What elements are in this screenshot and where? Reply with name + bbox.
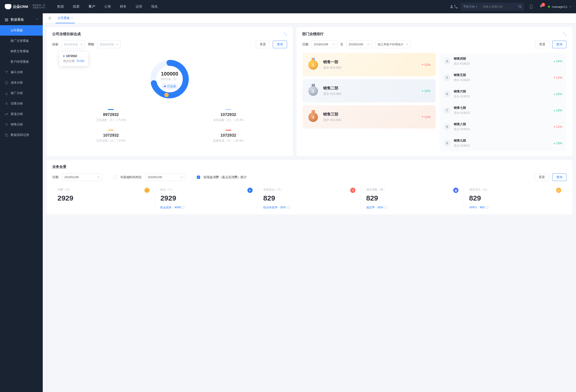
menu-icon [5, 81, 8, 85]
stat-mode-select[interactable]: 按工单客户经理统计 [375, 41, 411, 48]
help-icon[interactable]: ? [384, 206, 387, 209]
rank-pct: ▲ 10% [553, 60, 562, 63]
target-select[interactable]: 请选择目标 [61, 41, 85, 48]
rank-row-6[interactable]: 6销售六部流水 ¥19020▲ 10% [439, 86, 567, 102]
rank-name: 销售四部 [454, 57, 550, 61]
expand-icon[interactable] [563, 32, 567, 36]
rank-sub: 流水 ¥19020 [454, 111, 550, 115]
rank-row-8[interactable]: 8销售八部流水 ¥19020▼ 12% [439, 119, 567, 135]
metric-2: 有效机会（个）✦829机会有效率：80% ? [258, 188, 361, 210]
overview-query-button[interactable]: 查询 [552, 173, 567, 181]
rank-top-1[interactable]: 1销售一部流水 ¥10,900▼ 12% [302, 53, 436, 76]
rank-reset-button[interactable]: 重置 [535, 41, 549, 48]
search-button[interactable] [516, 4, 524, 9]
sidebar-item-2[interactable]: 销售主管看板 [0, 46, 43, 57]
svg-rect-14 [181, 176, 183, 179]
sidebar-item-1[interactable]: 推广主管看板 [0, 36, 43, 46]
sidebar-leaf-1[interactable]: 成本分析 [0, 77, 43, 88]
sidebar-item-3[interactable]: 客户经理看板 [0, 57, 43, 67]
cash-checkbox[interactable] [197, 176, 200, 179]
menu-icon [5, 112, 8, 116]
user-icon[interactable] [449, 4, 454, 9]
compare-checkbox[interactable] [114, 176, 117, 179]
stat-value: 1072932 [170, 112, 287, 117]
notifications-button[interactable]: 5 [539, 4, 543, 9]
svg-rect-6 [7, 20, 8, 21]
nav-link-6[interactable]: 报名 [151, 0, 158, 13]
stat-label: 超额完成（元）|89.9% [170, 139, 287, 143]
nav-link-0[interactable]: 数据 [57, 0, 64, 13]
chevron-down-icon: ▼ [569, 6, 571, 8]
nav-link-4[interactable]: 财务 [120, 0, 127, 13]
medal-icon: 2 [308, 84, 319, 98]
rank-row-7[interactable]: 7销售七部流水 ¥19020▲ 10% [439, 102, 567, 119]
sidebar-group-dashboard[interactable]: 数据看板 ⌃ [0, 14, 43, 25]
overview-date1[interactable]: 2018/01/08 [62, 173, 102, 181]
metric-label: 有效机会（个） [263, 188, 355, 192]
collapse-sidebar-button[interactable]: ☰ [47, 16, 53, 20]
period-select[interactable]: 请选择周期 [97, 41, 121, 48]
metric-value: 829 [366, 194, 458, 202]
nav-link-3[interactable]: 公海 [104, 0, 111, 13]
sidebar-leaf-4[interactable]: 渠道分析 [0, 109, 43, 119]
rank-top-3[interactable]: 3销售三部流水 ¥10,900▼ 12% [302, 105, 436, 128]
cloud-icon [5, 4, 11, 9]
metric-0: 消费（元）💰2929 [52, 188, 155, 210]
sidebar-item-0[interactable]: 公司看板 [0, 25, 43, 36]
sidebar-leaf-5[interactable]: 销售分析 [0, 119, 43, 130]
help-icon[interactable]: ? [287, 206, 290, 209]
overview-reset-button[interactable]: 重置 [535, 173, 549, 181]
date-to[interactable]: 2018/01/08 [346, 41, 372, 48]
sidebar-leaf-2[interactable]: 推广分析 [0, 88, 43, 98]
menu-icon [5, 91, 8, 95]
stat-bar [226, 130, 231, 131]
username: manager11 [552, 5, 568, 8]
help-icon[interactable]: ? [486, 206, 489, 209]
metric-value: 2929 [160, 194, 252, 202]
content: ☰ 公司看板 × 公司业绩目标达成 目标 请选择目标 周期 请选择周期 [43, 13, 576, 392]
rank-title: 部门业绩排行 [302, 32, 324, 36]
sidebar-leaf-0[interactable]: 漏斗分析 [0, 67, 43, 77]
rank-card: 部门业绩排行 日期 2018/01/08 至 2018/01/08 按工单客户经… [296, 27, 572, 156]
svg-point-9 [167, 61, 172, 65]
calendar-icon [180, 176, 183, 179]
search-type-select[interactable]: 手机号码 ▼ [460, 5, 481, 9]
rank-row-4[interactable]: 4销售四部流水 ¥19020▲ 10% [439, 53, 567, 69]
rank-sub: 流水 ¥19020 [454, 62, 550, 66]
overview-card: 业务全景 日期 2018/01/08 与其他时间对比 2018/01/08 按现… [47, 160, 572, 214]
chevron-up-icon: ⌃ [36, 19, 38, 21]
mobile-icon[interactable] [529, 4, 533, 9]
tab-close-icon[interactable]: × [71, 16, 73, 20]
phone-icon[interactable] [454, 4, 458, 9]
sidebar-leaf-6[interactable]: 数据流转记录 [0, 130, 43, 140]
calendar-icon [97, 176, 100, 179]
rank-row-5[interactable]: 5销售五部流水 ¥19020▼ 12% [439, 69, 567, 86]
stat-cell-3: 1072932超额完成（元）|89.9% [170, 126, 287, 147]
medal-icon: 1 [308, 58, 319, 71]
rank-row-9[interactable]: 9销售九部流水 ¥19020▲ 10% [439, 135, 567, 151]
rank-query-button[interactable]: 查询 [552, 41, 567, 48]
goal-reset-button[interactable]: 重置 [256, 41, 270, 48]
expand-icon[interactable] [284, 32, 287, 36]
overview-date2[interactable]: 2018/01/08 [145, 173, 185, 181]
sidebar-leaf-3[interactable]: 访客分析 [0, 98, 43, 109]
rank-sub: 流水 ¥19020 [454, 78, 550, 82]
rank-number: 7 [444, 107, 450, 114]
svg-rect-5 [5, 20, 6, 21]
rank-number: 8 [444, 123, 450, 130]
svg-rect-12 [367, 43, 370, 46]
search-input[interactable] [481, 5, 516, 8]
nav-link-1[interactable]: 线索 [73, 0, 80, 13]
user-menu[interactable]: manager11 ▼ [548, 5, 571, 8]
date-from[interactable]: 2018/01/08 [311, 41, 337, 48]
goal-card: 公司业绩目标达成 目标 请选择目标 周期 请选择周期 重置 查询 1072932… [47, 27, 293, 156]
sidebar: 数据看板 ⌃ 公司看板推广主管看板销售主管看板客户经理看板 漏斗分析成本分析推广… [0, 13, 43, 392]
goal-query-button[interactable]: 查询 [273, 41, 287, 48]
nav-link-5[interactable]: 运营 [136, 0, 142, 13]
help-icon[interactable]: ? [182, 206, 185, 209]
tab-company-board[interactable]: 公司看板 × [56, 13, 75, 23]
nav-link-2[interactable]: 客户 [88, 0, 95, 13]
rank-top-2[interactable]: 2销售二部流水 ¥10,900▲ 10% [302, 79, 436, 102]
metric-icon: ✦ [350, 188, 355, 193]
brand-logo[interactable]: 云朵CRM 教育机构一站 式服务云平台 [5, 4, 45, 9]
